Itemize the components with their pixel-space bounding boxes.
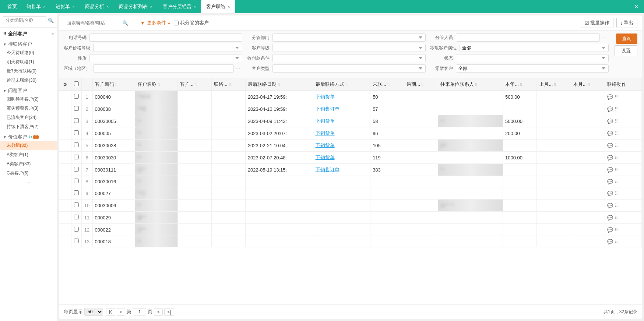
page-input[interactable] [133,308,146,315]
sidebar-item-class-a[interactable]: A类客户(1) [0,150,57,159]
cell-last-method[interactable]: 下销货单 [313,91,370,103]
cell-action[interactable]: 💬 ⠿ [605,140,641,152]
sidebar-item-tomorrow[interactable]: 明天待联络(1) [0,57,57,67]
chat-icon[interactable]: 💬 [607,155,613,160]
cell-checkbox[interactable] [71,164,81,176]
cell-action[interactable]: 💬 ⠿ [605,236,641,247]
cell-last-method[interactable] [313,236,370,247]
group-problem[interactable]: ▼ 问题客户 [0,85,57,95]
cell-checkbox[interactable] [71,103,81,115]
search-input[interactable] [67,20,122,25]
col-last-contact-date[interactable]: 最后联络日期⇅ [245,78,313,91]
person-dots[interactable]: ··· [600,35,609,40]
method-link[interactable]: 下销货单 [316,130,335,136]
sidebar-search-icon[interactable]: 🔍 [48,18,54,23]
chat-icon[interactable]: 💬 [607,119,613,124]
close-sales-icon[interactable]: × [43,4,45,9]
phone-input[interactable] [89,33,242,42]
close-segment-icon[interactable]: × [194,4,196,9]
cell-action[interactable]: 💬 ⠿ [605,103,641,115]
reset-button[interactable]: 设置 [615,45,637,56]
search-box-icon[interactable]: 🔍 [122,20,128,26]
sidebar-search-input[interactable] [3,16,46,24]
chat-icon[interactable]: 💬 [607,131,613,136]
tab-goods-analysis-list[interactable]: 商品分析列表 × [114,0,157,13]
more-action-icon[interactable]: ⠿ [615,167,618,173]
close-contact-icon[interactable]: × [228,4,230,9]
cell-checkbox[interactable] [71,91,81,103]
tab-customer-segment[interactable]: 客户分层经营 × [158,0,201,13]
price-grade-select[interactable] [93,44,242,52]
col-this-year[interactable]: 本年...⇅ [503,78,537,91]
cust-type-select[interactable] [272,64,425,73]
col-last-contact-method[interactable]: 最后联络方式⇅ [313,78,370,91]
cell-action[interactable]: 💬 ⠿ [605,212,641,224]
col-type[interactable]: 客户...⇅ [177,78,211,91]
more-action-icon[interactable]: ⠿ [615,239,618,244]
cell-checkbox[interactable] [71,176,81,187]
cell-action[interactable]: 💬 ⠿ [605,115,641,127]
more-action-icon[interactable]: ⠿ [615,106,618,112]
settings-icon[interactable]: ⚙ [63,82,67,87]
group-value[interactable]: ▼ 价值客户 ↻ C [0,131,57,141]
cell-last-method[interactable] [313,200,370,212]
close-purchase-icon[interactable]: × [72,4,74,9]
cell-checkbox[interactable] [71,236,81,247]
chat-icon[interactable]: 💬 [607,179,613,184]
last-page-btn[interactable]: >| [164,308,174,316]
chat-icon[interactable]: 💬 [607,239,613,244]
method-link[interactable]: 下销售订单 [316,106,339,112]
select-all-checkbox[interactable] [74,81,79,86]
payment-select[interactable] [272,54,425,62]
more-action-icon[interactable]: ⠿ [615,119,618,124]
cell-checkbox[interactable] [71,187,81,200]
region-input[interactable] [93,64,234,73]
col-last-month[interactable]: 上月...⇅ [537,78,571,91]
col-contact[interactable]: 联络...⇅ [211,78,245,91]
chat-icon[interactable]: 💬 [607,94,613,100]
method-link[interactable]: 下销货单 [316,142,335,148]
method-link[interactable]: 下销售订单 [316,167,339,172]
scatter-select[interactable]: 全部 [456,64,609,73]
cell-action[interactable]: 💬 ⠿ [605,127,641,140]
cell-checkbox[interactable] [71,127,81,140]
cell-last-method[interactable]: 下销货单 [313,140,370,152]
group-pending[interactable]: ▼ 待联络客户 [0,39,57,48]
sidebar-item-declining[interactable]: 持续下滑客户(2) [0,122,57,131]
my-customers-checkbox[interactable]: 我分管的客户 [174,20,209,26]
method-link[interactable]: 下销货单 [316,155,335,160]
sidebar-item-abnormal[interactable]: 囤购异常客户(2) [0,95,57,104]
chat-icon[interactable]: 💬 [607,227,613,233]
batch-ops-button[interactable]: ☑ 批量操作 [581,18,613,28]
more-action-icon[interactable]: ⠿ [615,191,618,196]
chat-icon[interactable]: 💬 [607,143,613,148]
status-select[interactable] [456,54,609,62]
tab-customer-contact[interactable]: 客户联络 × [201,0,235,13]
cell-checkbox[interactable] [71,224,81,236]
cell-last-method[interactable] [313,187,370,200]
sidebar-item-overdue[interactable]: 逾期未联络(30) [0,76,57,85]
cell-action[interactable]: 💬 ⠿ [605,152,641,164]
sidebar-item-churned[interactable]: 已流失客户(24) [0,113,57,122]
more-conditions-btn[interactable]: ▼ 更多条件 ▲ [140,20,171,26]
more-action-icon[interactable]: ⠿ [615,94,618,100]
cell-action[interactable]: 💬 ⠿ [605,187,641,200]
cell-action[interactable]: 💬 ⠿ [605,164,641,176]
sidebar-item-ungrouped[interactable]: 未分组(32) [0,141,57,150]
method-link[interactable]: 下销货单 [316,118,335,124]
all-customers-header[interactable]: ⠿ 全部客户 « [0,28,57,39]
col-overdue[interactable]: 逾期...⇅ [404,78,438,91]
col-not-contacted[interactable]: 未联...⇅ [370,78,404,91]
chat-icon[interactable]: 💬 [607,106,613,112]
nature-select[interactable] [89,54,242,62]
more-action-icon[interactable]: ⠿ [615,215,618,221]
more-action-icon[interactable]: ⠿ [615,227,618,233]
chat-icon[interactable]: 💬 [607,167,613,173]
tab-goods-analysis[interactable]: 商品分析 × [80,0,114,13]
search-box[interactable]: 🔍 [64,19,137,27]
cell-checkbox[interactable] [71,200,81,212]
first-page-btn[interactable]: K [106,308,115,316]
home-tab[interactable]: 首页 [3,0,21,13]
close-window-icon[interactable]: × [632,3,641,10]
next-page-btn[interactable]: > [154,308,163,316]
